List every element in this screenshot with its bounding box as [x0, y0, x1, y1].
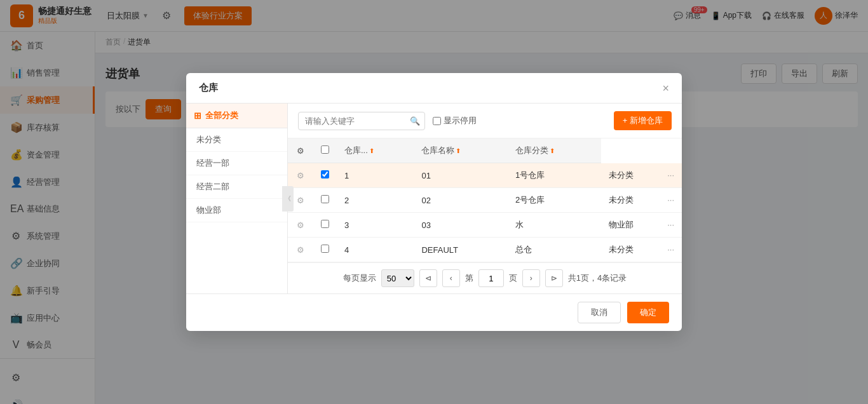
th-code-sort[interactable]: 仓库... ⬆ — [344, 145, 406, 156]
th-category: 仓库分类 ⬆ — [508, 138, 601, 163]
table-row[interactable]: ⚙ 2 02 2号仓库 未分类··· — [288, 188, 682, 213]
next-page-button[interactable]: › — [522, 269, 540, 287]
row-gear-0: ⚙ — [288, 163, 313, 188]
select-all-checkbox[interactable] — [321, 145, 329, 154]
page-label: 第 — [465, 273, 473, 284]
row-index-0: 1 — [337, 163, 414, 188]
modal-header: 仓库 × — [186, 73, 682, 104]
category-header[interactable]: ⊞ 全部分类 — [186, 104, 287, 128]
row-more-0[interactable]: ··· — [667, 170, 674, 180]
page-unit: 页 — [509, 273, 517, 284]
category-list: 未分类经营一部经营二部物业部 — [186, 128, 287, 293]
warehouse-modal: 仓库 × ⊞ 全部分类 未分类经营一部经营二部物业部 《 🔍 — [186, 73, 682, 331]
per-page-label: 每页显示 — [343, 273, 376, 284]
row-category-2: 物业部··· — [601, 213, 682, 238]
row-gear-3: ⚙ — [288, 238, 313, 262]
warehouse-table: ⚙ 仓库... ⬆ 仓库名称 — [288, 138, 682, 262]
category-item-2[interactable]: 经营二部 — [186, 175, 287, 199]
th-name-sort[interactable]: 仓库名称 ⬆ — [421, 145, 499, 156]
row-index-3: 4 — [337, 238, 414, 262]
row-index-1: 2 — [337, 188, 414, 213]
th-code: 仓库... ⬆ — [337, 138, 414, 163]
row-checkbox-3[interactable] — [321, 245, 329, 253]
category-item-1[interactable]: 经营一部 — [186, 152, 287, 175]
th-gear: ⚙ — [288, 138, 313, 163]
table-row[interactable]: ⚙ 3 03 水 物业部··· — [288, 213, 682, 238]
grid-icon: ⊞ — [194, 111, 201, 121]
row-more-3[interactable]: ··· — [667, 245, 674, 254]
row-more-1[interactable]: ··· — [667, 195, 674, 205]
category-item-0[interactable]: 未分类 — [186, 128, 287, 152]
pagination: 每页显示 102050100 ⊲ ‹ 第 页 › ⊳ 共1页，4条记录 — [288, 262, 682, 293]
modal-close-button[interactable]: × — [662, 83, 669, 94]
prev-page-button[interactable]: ‹ — [442, 269, 460, 287]
row-code-1: 02 — [414, 188, 507, 213]
show-disabled-checkbox[interactable] — [433, 117, 441, 125]
page-input[interactable] — [478, 269, 504, 287]
row-category-1: 未分类··· — [601, 188, 682, 213]
row-code-3: DEFAULT — [414, 238, 507, 262]
add-warehouse-button[interactable]: + 新增仓库 — [614, 111, 672, 130]
first-page-button[interactable]: ⊲ — [419, 269, 437, 287]
table-body: ⚙ 1 01 1号仓库 未分类··· ⚙ 2 02 2号仓库 未分类··· ⚙ … — [288, 163, 682, 262]
table-header-row: ⚙ 仓库... ⬆ 仓库名称 — [288, 138, 682, 163]
show-disabled-label: 显示停用 — [433, 115, 477, 126]
row-index-2: 3 — [337, 213, 414, 238]
search-input-wrap: 🔍 — [298, 112, 425, 130]
row-checkbox-2[interactable] — [321, 220, 329, 228]
sort-icon-2: ⬆ — [456, 147, 461, 154]
th-checkbox — [313, 138, 337, 163]
search-input[interactable] — [298, 112, 425, 130]
row-check-2 — [313, 213, 337, 238]
table-panel: 🔍 显示停用 + 新增仓库 ⚙ — [288, 104, 682, 293]
table-row[interactable]: ⚙ 1 01 1号仓库 未分类··· — [288, 163, 682, 188]
sort-icon: ⬆ — [369, 147, 374, 154]
th-name: 仓库名称 ⬆ — [414, 138, 507, 163]
category-item-3[interactable]: 物业部 — [186, 199, 287, 222]
last-page-button[interactable]: ⊳ — [545, 269, 563, 287]
total-info: 共1页，4条记录 — [568, 273, 627, 284]
row-check-1 — [313, 188, 337, 213]
per-page-select[interactable]: 102050100 — [381, 269, 414, 287]
table-row[interactable]: ⚙ 4 DEFAULT 总仓 未分类··· — [288, 238, 682, 262]
row-code-0: 01 — [414, 163, 507, 188]
row-checkbox-1[interactable] — [321, 195, 329, 203]
category-panel: ⊞ 全部分类 未分类经营一部经营二部物业部 《 — [186, 104, 288, 293]
row-code-2: 03 — [414, 213, 507, 238]
row-name-2: 水 — [508, 213, 601, 238]
row-more-2[interactable]: ··· — [667, 220, 674, 229]
modal-body: ⊞ 全部分类 未分类经营一部经营二部物业部 《 🔍 显示停用 — [186, 104, 682, 293]
modal-title: 仓库 — [199, 82, 218, 94]
row-name-1: 2号仓库 — [508, 188, 601, 213]
row-check-3 — [313, 238, 337, 262]
table: ⚙ 仓库... ⬆ 仓库名称 — [288, 138, 682, 262]
category-collapse-button[interactable]: 《 — [282, 186, 294, 212]
confirm-button[interactable]: 确定 — [627, 302, 669, 323]
search-icon[interactable]: 🔍 — [410, 116, 420, 126]
row-check-0 — [313, 163, 337, 188]
cancel-button[interactable]: 取消 — [578, 302, 621, 323]
modal-overlay: 仓库 × ⊞ 全部分类 未分类经营一部经营二部物业部 《 🔍 — [0, 0, 868, 404]
sort-icon-3: ⬆ — [550, 147, 555, 154]
search-bar: 🔍 显示停用 + 新增仓库 — [288, 104, 682, 138]
row-category-3: 未分类··· — [601, 238, 682, 262]
row-gear-2: ⚙ — [288, 213, 313, 238]
row-name-0: 1号仓库 — [508, 163, 601, 188]
modal-footer: 取消 确定 — [186, 293, 682, 331]
th-category-sort[interactable]: 仓库分类 ⬆ — [515, 145, 593, 156]
row-checkbox-0[interactable] — [321, 170, 329, 178]
row-category-0: 未分类··· — [601, 163, 682, 188]
row-name-3: 总仓 — [508, 238, 601, 262]
category-header-label: 全部分类 — [205, 110, 238, 121]
